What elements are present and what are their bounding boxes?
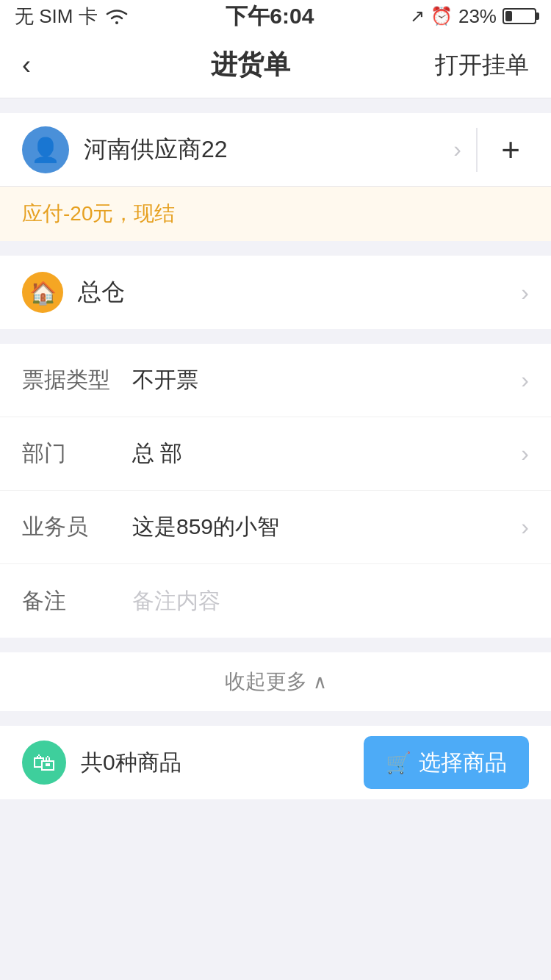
bottom-space bbox=[0, 799, 551, 980]
page-title: 进货单 bbox=[211, 47, 290, 83]
status-right: ↗ ⏰ 23% bbox=[410, 5, 536, 28]
collapse-label: 收起更多 bbox=[225, 668, 307, 696]
supplier-divider bbox=[476, 128, 478, 172]
wifi-icon bbox=[104, 7, 130, 26]
carrier-label: 无 SIM 卡 bbox=[15, 4, 98, 29]
invoice-chevron-icon: › bbox=[521, 367, 529, 394]
collapse-arrow-icon: ∧ bbox=[313, 671, 327, 693]
department-chevron-icon: › bbox=[521, 440, 529, 467]
notice-banner: 应付-20元，现结 bbox=[0, 187, 551, 241]
warehouse-chevron-icon: › bbox=[521, 279, 529, 306]
product-cart-icon: 🛍 bbox=[22, 741, 66, 785]
salesman-row[interactable]: 业务员 这是859的小智 › bbox=[0, 491, 551, 564]
department-label: 部门 bbox=[22, 439, 118, 469]
location-icon: ↗ bbox=[410, 6, 425, 26]
supplier-row[interactable]: 👤 河南供应商22 › + bbox=[0, 113, 551, 187]
salesman-value: 这是859的小智 bbox=[132, 512, 521, 542]
select-product-icon: 🛒 bbox=[386, 751, 411, 775]
remark-input[interactable]: 备注内容 bbox=[132, 586, 529, 616]
warehouse-house-icon: 🏠 bbox=[29, 280, 57, 306]
invoice-label: 票据类型 bbox=[22, 365, 118, 395]
cart-icon: 🛍 bbox=[32, 749, 56, 777]
supplier-name: 河南供应商22 bbox=[84, 134, 453, 166]
warehouse-row[interactable]: 🏠 总仓 › bbox=[0, 256, 551, 329]
status-time: 下午6:04 bbox=[226, 1, 314, 32]
status-left: 无 SIM 卡 bbox=[15, 4, 130, 29]
back-button[interactable]: ‹ bbox=[22, 50, 66, 81]
salesman-label: 业务员 bbox=[22, 512, 118, 542]
select-product-button[interactable]: 🛒 选择商品 bbox=[364, 736, 529, 789]
department-value: 总 部 bbox=[132, 439, 521, 469]
invoice-type-row[interactable]: 票据类型 不开票 › bbox=[0, 344, 551, 417]
warehouse-icon: 🏠 bbox=[22, 272, 63, 313]
supplier-card: 👤 河南供应商22 › + 应付-20元，现结 bbox=[0, 113, 551, 241]
status-bar: 无 SIM 卡 下午6:04 ↗ ⏰ 23% bbox=[0, 0, 551, 32]
department-row[interactable]: 部门 总 部 › bbox=[0, 417, 551, 491]
remark-label: 备注 bbox=[22, 586, 118, 616]
warehouse-card: 🏠 总仓 › bbox=[0, 256, 551, 329]
section-divider-2 bbox=[0, 241, 551, 256]
product-footer: 🛍 共0种商品 🛒 选择商品 bbox=[0, 726, 551, 799]
supplier-chevron-icon: › bbox=[453, 136, 461, 163]
supplier-avatar: 👤 bbox=[22, 126, 69, 173]
remark-row[interactable]: 备注 备注内容 bbox=[0, 564, 551, 638]
product-count: 共0种商品 bbox=[81, 748, 364, 778]
alarm-icon: ⏰ bbox=[431, 6, 453, 26]
open-pending-button[interactable]: 打开挂单 bbox=[435, 49, 529, 82]
invoice-value: 不开票 bbox=[132, 365, 521, 395]
battery-fill bbox=[505, 11, 512, 21]
select-product-label: 选择商品 bbox=[419, 748, 507, 778]
form-section: 票据类型 不开票 › 部门 总 部 › 业务员 这是859的小智 › 备注 备注… bbox=[0, 344, 551, 638]
avatar-icon: 👤 bbox=[31, 136, 60, 164]
section-divider-1 bbox=[0, 98, 551, 113]
nav-bar: ‹ 进货单 打开挂单 bbox=[0, 32, 551, 98]
collapse-row[interactable]: 收起更多 ∧ bbox=[0, 652, 551, 711]
battery-percent: 23% bbox=[458, 5, 497, 28]
warehouse-name: 总仓 bbox=[78, 276, 521, 309]
salesman-chevron-icon: › bbox=[521, 514, 529, 541]
battery-bar bbox=[503, 8, 536, 24]
add-supplier-button[interactable]: + bbox=[492, 131, 529, 168]
